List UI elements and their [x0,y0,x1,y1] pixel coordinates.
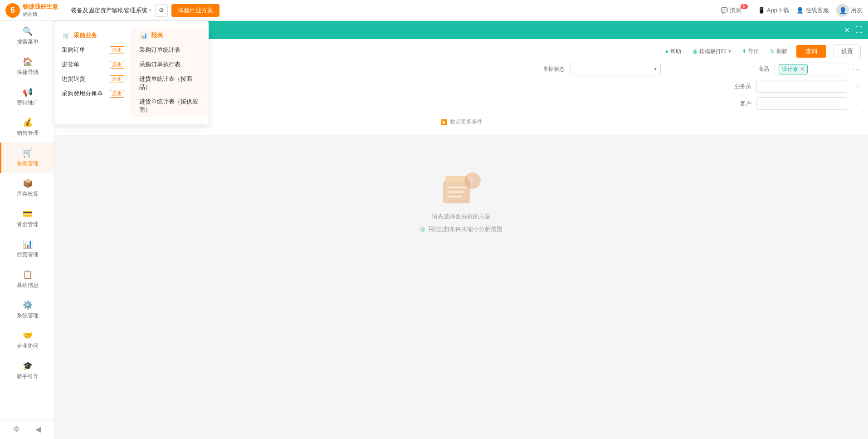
empty-line2: ② 用[过滤]条件来缩小分析范围 [420,225,502,233]
sidebar-item-basic-info[interactable]: 📋 基础信息 [0,264,54,295]
export-icon: ⬆ [742,48,746,54]
salesperson-dots[interactable]: ··· [853,83,861,90]
user-menu[interactable]: 👤 用友 [836,4,863,17]
marketing-icon: 📢 [23,87,33,97]
topbar-left: 6 畅捷通好生意 标准版 装备及固定资产辅助管理系统 ▾ ⚙ 体验行业方案 [5,3,721,18]
goods-dots[interactable]: ··· [853,65,861,73]
phone-icon: 📱 [758,7,765,14]
dropdown-inbound-stats-supplier[interactable]: 进货单统计表（按供应商） [136,94,205,117]
refresh-icon: ↻ [770,48,775,54]
doc-status-chevron-icon: ▾ [654,66,657,72]
report-col: 📊 报表 采购订单统计表 采购订单执行表 进货单统计表（按商品） 进货单统计表（… [132,28,209,117]
sidebar-item-system[interactable]: ⚙️ 系统管理 [0,295,54,325]
dropdown-inbound-stats-goods[interactable]: 进货单统计表（按商品） [136,72,205,94]
operations-icon: 📊 [23,239,33,249]
refresh-button[interactable]: ↻ 刷新 [768,48,789,55]
customer-dots[interactable]: ··· [853,100,861,107]
empty-state: ? 请先选择要分析的方案 ② 用[过滤]条件来缩小分析范围 [54,135,868,270]
query-button[interactable]: 查询 [796,45,826,58]
logo-icon: 6 [5,3,20,18]
sidebar-item-guide[interactable]: 🎓 新手引导 [0,355,54,386]
finance-icon: 💳 [23,209,33,219]
help-button[interactable]: ● 帮助 [663,48,683,55]
dropdown-purchase-order-stats[interactable]: 采购订单统计表 [136,43,205,57]
set-button[interactable]: 设置 [834,44,861,58]
enterprise-icon: 🤝 [23,330,33,340]
message-icon: 💬 [721,7,728,14]
message-badge: 9 [741,4,748,9]
dropdown-purchase-fee[interactable]: 采购费用分摊单 历史 [58,86,128,101]
messages-button[interactable]: 💬 消息 9 [721,6,751,15]
sidebar-item-inventory[interactable]: 📦 库存核算 [0,173,54,203]
dropdown-inbound[interactable]: 进货单 历史 [58,57,128,72]
dropdown-purchase-order-exec[interactable]: 采购订单执行表 [136,57,205,72]
online-service-button[interactable]: 👤 在线客服 [796,6,829,15]
goods-tag-close-icon[interactable]: ✕ [800,66,805,72]
collapse-icon: 🔼 [440,119,447,125]
sidebar-item-enterprise[interactable]: 🤝 企业协同 [0,325,54,355]
goods-tag: 设计素 ✕ [779,64,808,74]
doc-status-select[interactable]: ▾ [570,63,661,75]
chevron-down-icon: ▾ [149,8,151,13]
history-badge: 历史 [110,75,124,83]
home-icon: 🏠 [23,57,33,67]
customer-label: 客户 [726,100,751,108]
empty-icon: ? [439,172,484,208]
history-badge: 历史 [110,61,124,69]
footer-settings-icon[interactable]: ⚙ [13,425,20,434]
dropdown-inbound-return[interactable]: 进货退货 历史 [58,72,128,86]
report-section-icon: 📊 [139,31,148,40]
inventory-icon: 📦 [23,178,33,188]
sales-icon: 💰 [23,118,33,128]
history-badge: 历史 [110,90,124,98]
export-button[interactable]: ⬆ 导出 [740,48,761,55]
avatar: 👤 [836,4,849,17]
system-icon: ⚙️ [23,300,33,310]
print-button[interactable]: 🖨 按模板打印 ▾ [690,48,733,55]
empty-line1: 请先选择要分析的方案 [432,212,491,221]
sidebar-footer: ⚙ ◀ [0,419,54,439]
topbar: 6 畅捷通好生意 标准版 装备及固定资产辅助管理系统 ▾ ⚙ 体验行业方案 💬 … [0,0,868,21]
tab-maximize-button[interactable]: ⛶ [853,24,864,36]
svg-text:?: ? [469,177,473,184]
goods-input[interactable]: 设计素 ✕ [775,63,847,75]
purchase-dropdown-menu: 🛒 采购业务 采购订单 历史 进货单 历史 进货退货 历史 采购费用分摊单 历史 [54,21,209,124]
print-chevron-icon: ▾ [728,48,731,54]
sidebar-item-marketing[interactable]: 📢 营销推广 [0,82,54,112]
industry-button[interactable]: 体验行业方案 [171,4,219,17]
help-icon: ● [665,48,668,54]
doc-status-label: 单据状态 [540,65,565,73]
goods-label: 商品 [744,65,769,73]
settings-button[interactable]: ⚙ [155,4,168,17]
salesperson-input[interactable] [756,80,847,93]
footer-collapse-icon[interactable]: ◀ [35,425,41,434]
purchase-section-title: 🛒 采购业务 [58,28,128,43]
empty-bullet2: ② [420,226,425,233]
report-section-title: 📊 报表 [136,28,205,43]
history-badge: 历史 [110,46,124,54]
sidebar-item-operations[interactable]: 📊 经营管理 [0,234,54,264]
search-icon: 🔍 [23,26,33,36]
tab-close-window-button[interactable]: ✕ [842,24,852,36]
purchase-section-icon: 🛒 [62,31,71,40]
sidebar-item-search[interactable]: 🔍 搜索菜单 [0,21,54,51]
sidebar-item-finance[interactable]: 💳 资金管理 [0,203,54,234]
salesperson-label: 业务员 [726,83,751,90]
purchase-col: 🛒 采购业务 采购订单 历史 进货单 历史 进货退货 历史 采购费用分摊单 历史 [54,28,132,117]
dropdown-section: 🛒 采购业务 采购订单 历史 进货单 历史 进货退货 历史 采购费用分摊单 历史 [54,26,209,119]
customer-input[interactable] [756,97,847,110]
sidebar-item-purchase[interactable]: 🛒 采购管理 [0,143,54,173]
sidebar-item-navigation[interactable]: 🏠 快捷导航 [0,51,54,82]
logo: 6 畅捷通好生意 标准版 [5,3,58,18]
tabbar-actions: ✕ ⛶ [842,24,868,36]
guide-icon: 🎓 [23,361,33,371]
logo-text: 畅捷通好生意 标准版 [23,3,58,17]
app-download-button[interactable]: 📱 App下载 [758,6,789,15]
system-name[interactable]: 装备及固定资产辅助管理系统 ▾ [71,6,151,15]
info-icon: 📋 [23,270,33,280]
dropdown-purchase-order[interactable]: 采购订单 历史 [58,43,128,57]
sidebar-item-sales[interactable]: 💰 销售管理 [0,112,54,143]
topbar-right: 💬 消息 9 📱 App下载 👤 在线客服 👤 用友 [721,4,863,17]
sidebar: 🔍 搜索菜单 🏠 快捷导航 📢 营销推广 💰 销售管理 🛒 采购管理 📦 库存核… [0,21,54,439]
purchase-icon: 🛒 [23,148,33,158]
